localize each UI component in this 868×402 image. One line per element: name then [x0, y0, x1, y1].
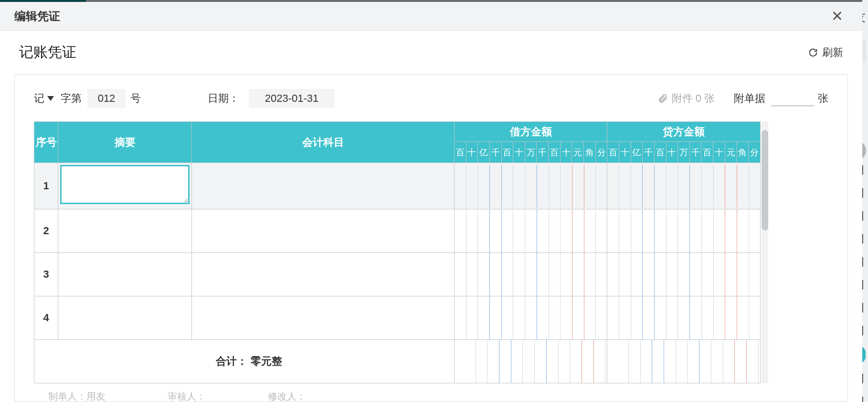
unit-header: 十 [466, 142, 478, 163]
refresh-label: 刷新 [822, 45, 843, 60]
amount-cells[interactable] [607, 253, 760, 296]
row-summary-cell[interactable] [58, 296, 192, 340]
auditor-field: 审核人： [168, 390, 206, 402]
unit-header: 元 [572, 142, 584, 163]
row-seq: 2 [34, 209, 58, 253]
table-row[interactable]: 1 [34, 163, 761, 209]
unit-header: 分 [595, 142, 607, 163]
row-summary-cell[interactable] [58, 253, 192, 296]
col-header-debit: 借方金额 [455, 122, 607, 142]
unit-header: 百 [455, 142, 466, 163]
dialog-header: 编辑凭证 ✕ [0, 2, 862, 31]
unit-header: 万 [525, 142, 537, 163]
row-seq: 3 [34, 253, 58, 296]
unit-header: 百 [501, 142, 513, 163]
unit-header: 千 [489, 142, 501, 163]
unit-header: 十 [513, 142, 525, 163]
paperclip-icon [657, 93, 668, 104]
unit-header: 十 [619, 142, 631, 163]
amount-cells[interactable] [464, 340, 617, 383]
row-debit-amount[interactable] [455, 209, 607, 253]
unit-header: 十 [560, 142, 572, 163]
voucher-number-prefix: 字第 [61, 91, 82, 106]
voucher-footer: 制单人：用友 审核人： 修改人： [34, 383, 828, 402]
table-row[interactable]: 2 [34, 209, 761, 253]
amount-cells[interactable] [455, 296, 607, 339]
row-account-cell[interactable] [192, 209, 455, 253]
unit-header: 千 [689, 142, 701, 163]
voucher-meta-row: 记 字第 号 日期： 附件 0 张 附单据 张 [34, 89, 828, 108]
row-account-cell[interactable] [192, 296, 455, 340]
col-header-summary: 摘要 [58, 122, 192, 163]
attached-docs-input[interactable] [771, 91, 814, 106]
row-account-cell[interactable] [192, 163, 455, 209]
attachment-label: 附件 0 张 [672, 91, 715, 106]
total-credit [607, 340, 761, 383]
row-debit-amount[interactable] [455, 253, 607, 296]
unit-header: 亿 [478, 142, 490, 163]
unit-header: 百 [549, 142, 561, 163]
unit-header: 十 [666, 142, 678, 163]
unit-header: 十 [713, 142, 725, 163]
amount-cells[interactable] [607, 296, 760, 339]
unit-header: 百 [607, 142, 619, 163]
voucher-number-input[interactable] [87, 89, 126, 108]
amount-cells[interactable] [455, 164, 607, 207]
unit-header: 亿 [631, 142, 643, 163]
row-credit-amount[interactable] [607, 253, 761, 296]
unit-header: 百 [701, 142, 713, 163]
unit-header: 元 [725, 142, 737, 163]
amount-cells[interactable] [455, 209, 607, 252]
voucher-table-wrap: 序号 摘要 会计科目 借方金额 贷方金额 百十亿千百十万千百十元角分百十亿千百十… [34, 121, 828, 383]
close-icon: ✕ [831, 8, 843, 24]
modal-overlay: 编辑凭证 ✕ 记账凭证 刷新 记 字第 [0, 0, 862, 402]
amount-cells[interactable] [455, 253, 607, 296]
dialog-close-button[interactable]: ✕ [826, 7, 848, 25]
page-subtitle: 记账凭证 [19, 43, 76, 62]
date-input[interactable] [249, 89, 335, 108]
caret-down-icon [47, 96, 54, 101]
dialog-title: 编辑凭证 [14, 9, 60, 24]
table-row[interactable]: 3 [34, 253, 761, 296]
amount-cells[interactable] [607, 209, 760, 252]
voucher-table: 序号 摘要 会计科目 借方金额 贷方金额 百十亿千百十万千百十元角分百十亿千百十… [34, 121, 761, 383]
edit-voucher-dialog: 编辑凭证 ✕ 记账凭证 刷新 记 字第 [0, 2, 862, 402]
voucher-card: 记 字第 号 日期： 附件 0 张 附单据 张 [14, 74, 848, 402]
row-credit-amount[interactable] [607, 296, 761, 340]
attachment-button[interactable]: 附件 0 张 [657, 91, 715, 106]
unit-header: 角 [584, 142, 596, 163]
table-row[interactable]: 4 [34, 296, 761, 340]
refresh-button[interactable]: 刷新 [808, 45, 843, 60]
amount-cells[interactable] [607, 164, 760, 207]
row-seq: 1 [34, 163, 58, 209]
summary-input[interactable] [60, 165, 190, 204]
body-top-row: 记账凭证 刷新 [14, 43, 848, 62]
amount-cells[interactable] [617, 340, 770, 383]
col-header-account: 会计科目 [192, 122, 455, 163]
date-label: 日期： [208, 91, 239, 106]
table-scrollbar[interactable] [762, 121, 768, 383]
row-summary-cell[interactable] [58, 163, 192, 209]
unit-header: 分 [749, 142, 761, 163]
row-credit-amount[interactable] [607, 209, 761, 253]
col-header-credit: 贷方金额 [607, 122, 761, 142]
unit-header: 千 [537, 142, 549, 163]
row-seq: 4 [34, 296, 58, 340]
scrollbar-thumb[interactable] [762, 130, 768, 230]
unit-header: 角 [737, 142, 749, 163]
attached-docs-unit: 张 [818, 91, 828, 106]
voucher-type-label: 记 [34, 91, 44, 106]
unit-header: 万 [678, 142, 690, 163]
row-debit-amount[interactable] [455, 296, 607, 340]
voucher-type-selector[interactable]: 记 [34, 91, 54, 106]
row-credit-amount[interactable] [607, 163, 761, 209]
unit-header: 千 [643, 142, 655, 163]
row-debit-amount[interactable] [455, 163, 607, 209]
col-header-seq: 序号 [34, 122, 58, 163]
row-account-cell[interactable] [192, 253, 455, 296]
total-debit [455, 340, 607, 383]
refresh-icon [808, 47, 818, 58]
row-summary-cell[interactable] [58, 209, 192, 253]
unit-header: 百 [654, 142, 666, 163]
voucher-number-suffix: 号 [130, 91, 141, 106]
